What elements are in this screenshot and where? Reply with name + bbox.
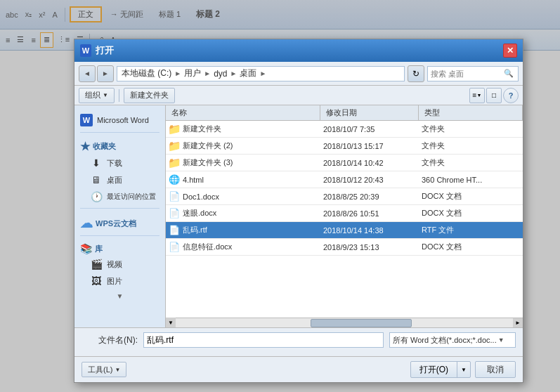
file-date-cell: 2018/10/7 7:35 <box>320 125 419 133</box>
hscroll-track[interactable] <box>176 318 513 328</box>
newfolder-label: 新建文件夹 <box>130 90 169 100</box>
help-icon: ? <box>509 91 514 100</box>
file-row[interactable]: 🌐 4.html 2018/10/12 20:43 360 Chrome HT.… <box>166 171 523 188</box>
addr-user: dyd <box>214 69 227 79</box>
filetype-arrow: ▼ <box>498 337 504 344</box>
open-dropdown-arrow: ▼ <box>461 367 467 373</box>
pictures-icon: 🖼 <box>90 275 103 287</box>
file-type-cell: 360 Chrome HT... <box>419 176 523 184</box>
favorites-group: ★ 收藏夹 <box>74 136 165 155</box>
wps-icon: ☁ <box>80 216 93 231</box>
sidebar-item-video[interactable]: 🎬 视频 <box>74 256 165 273</box>
file-row[interactable]: 📁 新建文件夹 (3) 2018/10/14 10:42 文件夹 <box>166 155 523 171</box>
favorites-label: 收藏夹 <box>93 141 116 152</box>
file-name: 乱码.rtf <box>183 225 207 235</box>
file-row[interactable]: 📁 新建文件夹 (2) 2018/10/13 15:17 文件夹 <box>166 138 523 155</box>
hscroll-thumb[interactable] <box>311 319 412 327</box>
search-box[interactable]: 🔍 <box>427 66 519 81</box>
html-icon: 🌐 <box>169 174 180 185</box>
sidebar-item-pictures[interactable]: 🖼 图片 <box>74 273 165 289</box>
filename-label: 文件名(N): <box>82 334 138 346</box>
filelist-header: 名称 修改日期 类型 <box>166 105 523 121</box>
col-header-date[interactable]: 修改日期 <box>320 105 419 120</box>
file-type-cell: 文件夹 <box>419 141 523 151</box>
dialog-addressbar: ◄ ► 本地磁盘 (C:) ► 用户 ► dyd ► 桌面 ► ↻ 🔍 <box>74 62 523 86</box>
views-button[interactable]: ≡ ▼ <box>469 88 485 103</box>
back-button[interactable]: ◄ <box>79 65 96 82</box>
file-row-selected[interactable]: 📄 乱码.rtf 2018/10/14 14:38 RTF 文件 <box>166 222 523 239</box>
file-date-cell: 2018/8/25 20:39 <box>320 192 419 201</box>
refresh-button[interactable]: ↻ <box>408 65 424 82</box>
file-name-cell: 🌐 4.html <box>166 174 320 185</box>
filename-input[interactable] <box>143 332 384 348</box>
forward-button[interactable]: ► <box>97 65 114 82</box>
col-header-name[interactable]: 名称 <box>166 105 320 120</box>
details-view-button[interactable]: □ <box>486 88 502 103</box>
favorites-icon: ★ <box>80 140 90 153</box>
tools-label: 工具(L) <box>88 365 112 375</box>
folder-icon: 📁 <box>169 141 180 152</box>
dialog-toolbar: 组织 ▼ 新建文件夹 ≡ ▼ □ ? <box>74 86 523 105</box>
organize-label: 组织 <box>85 90 100 100</box>
dialog-body: W Microsoft Word ★ 收藏夹 ⬇ 下载 🖥 桌面 <box>74 105 523 327</box>
sidebar-item-recent[interactable]: 🕐 最近访问的位置 <box>74 188 165 205</box>
recent-label: 最近访问的位置 <box>107 192 156 202</box>
sidebar-div3 <box>80 235 159 236</box>
file-name: Doc1.docx <box>183 192 219 201</box>
file-date-cell: 2018/10/14 14:38 <box>320 226 419 235</box>
file-date-cell: 2018/10/13 15:17 <box>320 142 419 150</box>
file-name: 新建文件夹 (2) <box>183 141 233 151</box>
video-label: 视频 <box>107 259 122 270</box>
scroll-right-button[interactable]: ► <box>513 318 523 328</box>
recent-icon: 🕐 <box>90 190 103 203</box>
address-path[interactable]: 本地磁盘 (C:) ► 用户 ► dyd ► 桌面 ► <box>117 66 405 81</box>
file-name-cell: 📄 Doc1.docx <box>166 191 320 202</box>
file-type-cell: DOCX 文档 <box>419 208 523 218</box>
help-button[interactable]: ? <box>503 88 519 103</box>
desktop-icon: 🖥 <box>90 174 103 186</box>
dtb-sep1 <box>119 89 119 102</box>
cancel-button[interactable]: 取消 <box>475 361 516 378</box>
col-header-type[interactable]: 类型 <box>419 105 523 120</box>
file-row[interactable]: 📁 新建文件夹 2018/10/7 7:35 文件夹 <box>166 121 523 138</box>
file-type-cell: DOCX 文档 <box>419 242 523 252</box>
newfolder-button[interactable]: 新建文件夹 <box>124 88 175 103</box>
organize-button[interactable]: 组织 ▼ <box>79 88 115 103</box>
download-icon: ⬇ <box>90 157 103 169</box>
video-icon: 🎬 <box>90 258 103 270</box>
msword-label: Microsoft Word <box>97 116 149 124</box>
search-icon: 🔍 <box>504 69 514 78</box>
refresh-icon: ↻ <box>412 69 419 79</box>
search-input[interactable] <box>431 70 501 78</box>
pictures-label: 图片 <box>107 276 122 287</box>
file-name-cell: 📄 迷眼.docx <box>166 208 320 219</box>
sidebar-item-desktop[interactable]: 🖥 桌面 <box>74 171 165 188</box>
sidebar-item-downloads[interactable]: ⬇ 下载 <box>74 155 165 171</box>
dialog-word-icon: W <box>80 45 91 56</box>
dialog-actions: 工具(L) ▼ 打开(O) ▼ 取消 <box>74 356 523 382</box>
library-icon: 📚 <box>80 243 92 254</box>
dialog-sidebar: W Microsoft Word ★ 收藏夹 ⬇ 下载 🖥 桌面 <box>74 105 166 327</box>
file-row[interactable]: 📄 信息特征.docx 2018/9/23 15:13 DOCX 文档 <box>166 239 523 256</box>
open-dropdown-button[interactable]: ▼ <box>457 362 470 377</box>
file-row[interactable]: 📄 Doc1.docx 2018/8/25 20:39 DOCX 文档 <box>166 188 523 205</box>
file-type-cell: DOCX 文档 <box>419 191 523 202</box>
horizontal-scrollbar[interactable]: ◄ ► <box>166 318 523 327</box>
sidebar-item-msword[interactable]: W Microsoft Word <box>74 111 165 129</box>
open-button[interactable]: 打开(O) <box>411 362 457 377</box>
addr-desktop: 桌面 <box>240 67 256 79</box>
addr-sep1: ► <box>174 70 181 77</box>
file-name-cell: 📄 信息特征.docx <box>166 242 320 253</box>
filetype-dropdown[interactable]: 所有 Word 文档(*.docx;*.doc... ▼ <box>389 332 516 348</box>
file-list: 名称 修改日期 类型 📁 新建文件夹 2018/10/7 7:35 文件夹 📁 <box>166 105 523 318</box>
file-name-cell: 📁 新建文件夹 (2) <box>166 141 320 152</box>
docx-icon: 📄 <box>169 242 180 253</box>
tools-button[interactable]: 工具(L) ▼ <box>82 362 126 377</box>
file-row[interactable]: 📄 迷眼.docx 2018/8/26 10:51 DOCX 文档 <box>166 205 523 222</box>
dialog-close-button[interactable]: ✕ <box>503 44 517 58</box>
file-name: 4.html <box>183 176 204 184</box>
file-name-cell: 📁 新建文件夹 (3) <box>166 157 320 169</box>
file-name: 新建文件夹 <box>183 124 221 134</box>
sidebar-div1 <box>80 132 159 133</box>
scroll-down-button[interactable]: ▼ <box>166 318 176 327</box>
